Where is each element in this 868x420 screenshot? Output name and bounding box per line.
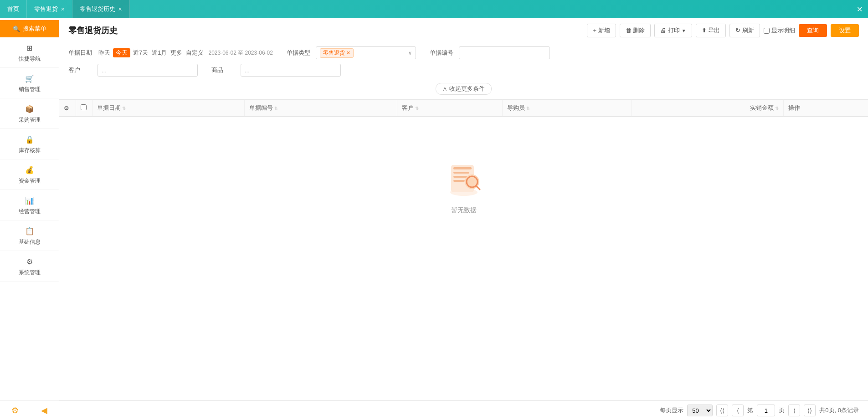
system-icon: ⚙ <box>25 256 35 266</box>
page-title-row: 零售退货历史 + 新增 🗑 删除 🖨 打印 ▼ ⬆ 导出 ↻ 刷新 显示明细 查… <box>68 24 859 37</box>
print-button[interactable]: 🖨 打印 ▼ <box>654 24 692 37</box>
filter-row-1: 单据日期 昨天 今天 近7天 近1月 更多 自定义 2023-06-02 至 2… <box>68 46 859 59</box>
doctype-label: 单据类型 <box>287 49 312 57</box>
page-header: 零售退货历史 + 新增 🗑 删除 🖨 打印 ▼ ⬆ 导出 ↻ 刷新 显示明细 查… <box>59 18 868 100</box>
th-customer[interactable]: 客户 ⇅ <box>397 100 502 117</box>
doctype-tag: 零售退货 ✕ <box>320 48 354 58</box>
purchase-icon: 📦 <box>25 104 35 114</box>
docnum-label: 单据编号 <box>430 49 455 57</box>
first-page-button[interactable]: ⟨⟨ <box>716 405 728 416</box>
main-layout: 🔍 搜索菜单 ⊞ 快捷导航 🛒 销售管理 📦 采购管理 🔒 库存核算 💰 资金管… <box>0 18 868 420</box>
amount-sort-icon: ⇅ <box>775 106 779 111</box>
quick-nav-icon: ⊞ <box>25 43 35 53</box>
window-close-button[interactable]: ✕ <box>857 5 868 14</box>
filter-customer: 客户 ... <box>68 64 198 77</box>
delete-button[interactable]: 🗑 删除 <box>620 24 651 37</box>
customer-sort-icon: ⇅ <box>415 106 419 111</box>
sidebar-item-purchase[interactable]: 📦 采购管理 <box>0 98 59 129</box>
show-detail-checkbox-label[interactable]: 显示明细 <box>764 26 795 35</box>
page-number-input[interactable] <box>757 405 775 416</box>
svg-rect-3 <box>453 172 469 174</box>
guide-sort-icon: ⇅ <box>526 106 530 111</box>
customer-select[interactable]: ... <box>98 64 198 77</box>
svg-rect-5 <box>453 180 465 182</box>
filter-date: 单据日期 昨天 今天 近7天 近1月 更多 自定义 2023-06-02 至 2… <box>68 48 273 57</box>
empty-text: 暂无数据 <box>451 206 477 215</box>
settings-bottom-icon[interactable]: ⚙ <box>11 405 19 415</box>
data-table: ⚙ 单据日期 ⇅ 单据编号 <box>59 100 868 117</box>
th-amount[interactable]: 实销金额 ⇅ <box>631 100 784 117</box>
query-button[interactable]: 查询 <box>799 24 827 37</box>
tab-retail-return-history[interactable]: 零售退货历史 ✕ <box>72 0 130 18</box>
collapse-button[interactable]: ∧ 收起更多条件 <box>436 83 492 95</box>
th-guide[interactable]: 导购员 ⇅ <box>502 100 631 117</box>
prev-page-button[interactable]: ⟨ <box>732 405 744 416</box>
date-custom[interactable]: 自定义 <box>185 49 205 57</box>
search-icon: 🔍 <box>13 26 20 32</box>
date-1month[interactable]: 近1月 <box>151 49 168 57</box>
tab-retail-return[interactable]: 零售退货 ✕ <box>27 0 72 18</box>
add-button[interactable]: + 新增 <box>587 24 616 37</box>
th-setting[interactable]: ⚙ <box>59 100 76 117</box>
date-7days[interactable]: 近7天 <box>132 49 149 57</box>
sidebar-item-finance[interactable]: 💰 资金管理 <box>0 159 59 190</box>
doctype-dropdown-arrow[interactable]: ∨ <box>408 50 412 56</box>
sidebar-item-system[interactable]: ⚙ 系统管理 <box>0 251 59 282</box>
per-page-label: 每页显示 <box>660 406 683 415</box>
collapse-row: ∧ 收起更多条件 <box>68 81 859 99</box>
sidebar-item-quick-nav[interactable]: ⊞ 快捷导航 <box>0 37 59 68</box>
filter-docnum: 单据编号 <box>430 46 550 59</box>
date-shortcuts: 昨天 今天 近7天 近1月 更多 自定义 2023-06-02 至 2023-0… <box>98 48 273 57</box>
date-today[interactable]: 今天 <box>113 48 130 57</box>
table-header: ⚙ 单据日期 ⇅ 单据编号 <box>59 100 868 117</box>
sidebar-item-operations[interactable]: 📊 经营管理 <box>0 190 59 220</box>
tab-list: 首页 零售退货 ✕ 零售退货历史 ✕ <box>0 0 857 18</box>
export-button[interactable]: ⬆ 导出 <box>696 24 726 37</box>
sidebar-bottom: ⚙ ◀ <box>0 400 59 420</box>
setting-button[interactable]: 设置 <box>831 24 859 37</box>
collapse-sidebar-icon[interactable]: ◀ <box>41 405 47 415</box>
customer-label: 客户 <box>68 66 94 74</box>
svg-line-8 <box>476 186 480 190</box>
th-doc-date[interactable]: 单据日期 ⇅ <box>92 100 245 117</box>
show-detail-checkbox[interactable] <box>764 28 770 34</box>
refresh-button[interactable]: ↻ 刷新 <box>729 24 760 37</box>
empty-state: 暂无数据 <box>59 117 868 233</box>
th-checkbox <box>76 100 92 117</box>
basic-info-icon: 📋 <box>25 226 35 236</box>
date-more[interactable]: 更多 <box>169 49 183 57</box>
sidebar-item-inventory[interactable]: 🔒 库存核算 <box>0 129 59 159</box>
tab-retail-return-close[interactable]: ✕ <box>61 6 65 12</box>
filter-area: 单据日期 昨天 今天 近7天 近1月 更多 自定义 2023-06-02 至 2… <box>68 42 859 99</box>
goods-label: 商品 <box>211 66 237 74</box>
finance-icon: 💰 <box>25 165 35 175</box>
page-unit: 页 <box>779 406 785 415</box>
th-doc-num[interactable]: 单据编号 ⇅ <box>245 100 397 117</box>
last-page-button[interactable]: ⟩⟩ <box>804 405 816 416</box>
next-page-button[interactable]: ⟩ <box>788 405 800 416</box>
sidebar-item-basic-info[interactable]: 📋 基础信息 <box>0 220 59 251</box>
goods-select[interactable]: ... <box>241 64 341 77</box>
select-all-checkbox[interactable] <box>81 104 87 110</box>
doctype-select[interactable]: 零售退货 ✕ ∨ <box>316 46 416 59</box>
column-setting-icon[interactable]: ⚙ <box>64 105 69 112</box>
docnum-input[interactable] <box>459 46 550 59</box>
sidebar-item-sales[interactable]: 🛒 销售管理 <box>0 68 59 98</box>
sales-icon: 🛒 <box>25 73 35 83</box>
page-title: 零售退货历史 <box>68 25 118 36</box>
filter-doctype: 单据类型 零售退货 ✕ ∨ <box>287 46 416 59</box>
th-action: 操作 <box>784 100 868 117</box>
tab-retail-return-history-close[interactable]: ✕ <box>118 6 122 12</box>
date-yesterday[interactable]: 昨天 <box>98 49 111 57</box>
pagination-bar: 每页显示 20 50 100 ⟨⟨ ⟨ 第 页 ⟩ ⟩⟩ 共0页, 0条记录 <box>59 400 868 420</box>
page-label: 第 <box>747 406 753 415</box>
svg-rect-2 <box>453 167 472 169</box>
per-page-select[interactable]: 20 50 100 <box>687 405 713 416</box>
sidebar-search[interactable]: 🔍 搜索菜单 <box>0 20 59 37</box>
print-dropdown-icon: ▼ <box>682 28 686 33</box>
filter-row-2: 客户 ... 商品 ... <box>68 64 859 77</box>
table-area: ⚙ 单据日期 ⇅ 单据编号 <box>59 100 868 400</box>
doctype-tag-close[interactable]: ✕ <box>346 50 350 56</box>
doc-date-sort-icon: ⇅ <box>122 106 126 111</box>
tab-home[interactable]: 首页 <box>0 0 27 18</box>
